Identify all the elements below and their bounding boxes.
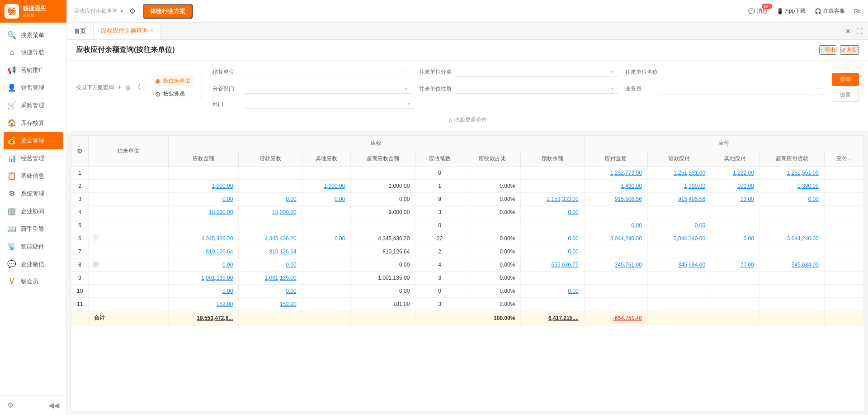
sidebar-item-wechat[interactable]: 💬 企业微信 xyxy=(0,255,66,273)
row-ap-amount[interactable]: 0.00 xyxy=(584,219,647,232)
fullscreen-icon[interactable]: ⛶ xyxy=(856,28,863,35)
row-ar-other[interactable]: 0.00 xyxy=(302,232,351,245)
user-info[interactable]: Rit xyxy=(854,8,861,14)
header-settings-icon[interactable]: ⚙ xyxy=(129,7,136,15)
partner-nature-select[interactable]: ▼ xyxy=(455,85,618,94)
row-ar-other[interactable]: 0.00 xyxy=(302,193,351,206)
table-settings-icon[interactable]: ⚙ xyxy=(77,148,83,155)
partner-name-input[interactable] xyxy=(661,70,825,74)
sidebar-settings-icon[interactable]: ⚙ xyxy=(7,401,14,410)
sidebar-item-system[interactable]: ⚙ 系统管理 xyxy=(0,185,66,202)
row-ap-overdue[interactable]: 345,684.00 xyxy=(760,258,824,272)
sidebar-item-operations[interactable]: 📊 经营管理 xyxy=(0,149,66,167)
partner-category-select[interactable]: ▼ xyxy=(455,68,618,77)
footer-advance[interactable]: 6,417,215.... xyxy=(521,311,584,325)
row-ar-loan[interactable]: 0.00 xyxy=(239,285,302,298)
settle-unit-input[interactable]: ··· xyxy=(245,66,412,78)
row-advance[interactable]: 655,636.75 xyxy=(521,258,584,272)
query-button[interactable]: 查询 xyxy=(832,73,859,86)
filter-top-row: 按以下方案查询 + ◎ 《 ◉ 按往来单位 ⊙ 按业务员 xyxy=(76,66,859,109)
row-ap-loan[interactable]: 345,684.00 xyxy=(647,258,711,272)
promo-button[interactable]: 体验行业方案 xyxy=(143,4,193,19)
export-button[interactable]: ↑ 导出 xyxy=(819,45,836,55)
row-ap-other[interactable]: 13.00 xyxy=(711,193,760,206)
sidebar-item-basic[interactable]: 📋 基础信息 xyxy=(0,167,66,185)
row-ar-amount[interactable]: 810,126.64 xyxy=(169,245,239,258)
row-ar-amount[interactable]: 152.00 xyxy=(169,298,239,311)
sidebar-item-finance[interactable]: 💰 资金管理 xyxy=(4,132,63,149)
row-advance[interactable]: 0.00 xyxy=(521,206,584,219)
row-ar-amount[interactable]: 18,000.00 xyxy=(169,206,239,219)
collapse-more-button[interactable]: ∧ 收起更多条件 xyxy=(76,114,859,125)
sidebar-item-enterprise[interactable]: 🏢 企业协同 xyxy=(0,202,66,220)
row-ap-loan[interactable]: 915,495.56 xyxy=(647,193,711,206)
tab-home[interactable]: 首页 xyxy=(67,23,94,39)
row-ar-amount[interactable]: 0.00 xyxy=(169,193,239,206)
scheme-by-staff[interactable]: ⊙ 按业务员 xyxy=(151,88,194,100)
row-ar-amount[interactable]: 1,001,135.00 xyxy=(169,272,239,285)
filter-setting-icon[interactable]: ◎ xyxy=(125,84,131,91)
row-ar-loan[interactable]: 0.00 xyxy=(239,258,302,272)
row-ar-amount[interactable]: 4,345,436.20 xyxy=(169,232,239,245)
sidebar-item-sales[interactable]: 👤 销售管理 xyxy=(0,79,66,96)
row-advance[interactable]: 0.00 xyxy=(521,285,584,298)
row-ar-loan[interactable]: 4,345,436.20 xyxy=(239,232,302,245)
row-ar-amount[interactable]: 0.00 xyxy=(169,258,239,272)
row-ar-other[interactable]: 1,000.00 xyxy=(302,180,351,193)
row-ap-other[interactable]: 0.00 xyxy=(711,232,760,245)
row-ap-amount[interactable]: 1,252,773.00 xyxy=(584,167,647,180)
sidebar-item-inventory[interactable]: 🏠 库存核算 xyxy=(0,114,66,132)
row-ap-loan[interactable]: 0.00 xyxy=(647,219,711,232)
refresh-button[interactable]: ↺ 刷新 xyxy=(840,45,859,55)
row-ap-overdue[interactable]: 1,251,551.00 xyxy=(760,167,824,180)
row-ar-amount[interactable]: 1,000.00 xyxy=(169,180,239,193)
sidebar-item-search[interactable]: 🔍 搜索菜单 xyxy=(0,26,66,44)
row-ar-loan[interactable]: 1,001,135.00 xyxy=(239,272,302,285)
close-window-icon[interactable]: ✕ xyxy=(845,28,851,35)
sidebar-item-hardware[interactable]: 📡 智能硬件 xyxy=(0,238,66,255)
row-ar-loan[interactable]: 18,000.00 xyxy=(239,206,302,219)
row-ap-amount[interactable]: 915,508.56 xyxy=(584,193,647,206)
salesperson-input[interactable]: ··· xyxy=(658,83,825,95)
department-select[interactable]: ▼ xyxy=(245,100,415,109)
row-ap-loan[interactable]: 3,044,240.00 xyxy=(647,232,711,245)
row-ap-loan[interactable]: 1,390.00 xyxy=(647,180,711,193)
row-ap-amount[interactable]: 345,761.00 xyxy=(584,258,647,272)
row-advance[interactable]: 0.00 xyxy=(521,232,584,245)
filter-settings-button[interactable]: 设置 xyxy=(832,89,859,102)
scheme-by-partner[interactable]: ◉ 按往来单位 xyxy=(151,75,194,86)
tab-arbalance[interactable]: 应收应付余额查询 × xyxy=(94,23,161,39)
row-ap-other[interactable]: 1,222.00 xyxy=(711,167,760,180)
row-ap-loan[interactable]: 1,251,551.00 xyxy=(647,167,711,180)
notifications-button[interactable]: 💬 消息 99+ xyxy=(748,7,768,15)
sidebar-item-marketing[interactable]: 📢 营销推广 xyxy=(0,61,66,79)
online-service-button[interactable]: 🎧 在线客服 xyxy=(815,7,845,15)
sidebar-item-nav[interactable]: ⌂ 快捷导航 xyxy=(0,44,66,61)
footer-ap-total[interactable]: -654,751.40 xyxy=(584,311,647,325)
row-ar-loan[interactable]: 0.00 xyxy=(239,193,302,206)
sidebar-item-guide[interactable]: 📖 新手引导 xyxy=(0,220,66,238)
sidebar-item-label: 搜索菜单 xyxy=(21,31,44,39)
manage-dept-select[interactable]: ▼ xyxy=(245,85,412,94)
sidebar-item-member[interactable]: V 畅会员 xyxy=(0,273,66,290)
table-container[interactable]: ⚙ 往来单位 应收 应付 应收金额 贷款应收 其他应收 超期应收金额 应收笔数 … xyxy=(71,135,864,411)
filter-add-button[interactable]: + xyxy=(118,83,122,91)
filter-collapse-icon[interactable]: 《 xyxy=(134,83,141,91)
row-advance[interactable]: 2,153,333.00 xyxy=(521,193,584,206)
app-download-button[interactable]: 📱 App下载 xyxy=(777,7,806,15)
row-ap-overdue[interactable]: 3,044,240.00 xyxy=(760,232,824,245)
row-ap-amount[interactable]: 3,044,240.00 xyxy=(584,232,647,245)
row-ar-amount[interactable]: 0.00 xyxy=(169,285,239,298)
row-advance[interactable]: 0.00 xyxy=(521,245,584,258)
row-ap-amount[interactable]: 1,490.00 xyxy=(584,180,647,193)
row-ap-other[interactable]: 100.00 xyxy=(711,180,760,193)
sidebar-item-purchase[interactable]: 🛒 采购管理 xyxy=(0,96,66,114)
sidebar-collapse-icon[interactable]: ◀◀ xyxy=(48,401,59,410)
row-ar-loan[interactable]: 810,126.64 xyxy=(239,245,302,258)
footer-ar-total[interactable]: 19,553,472,6... xyxy=(169,311,239,325)
row-ar-loan[interactable]: 152.00 xyxy=(239,298,302,311)
tab-close-icon[interactable]: × xyxy=(151,28,153,33)
row-ap-overdue[interactable]: 0.00 xyxy=(760,193,824,206)
row-ap-other[interactable]: 77.00 xyxy=(711,258,760,272)
row-ap-overdue[interactable]: 1,390.00 xyxy=(760,180,824,193)
